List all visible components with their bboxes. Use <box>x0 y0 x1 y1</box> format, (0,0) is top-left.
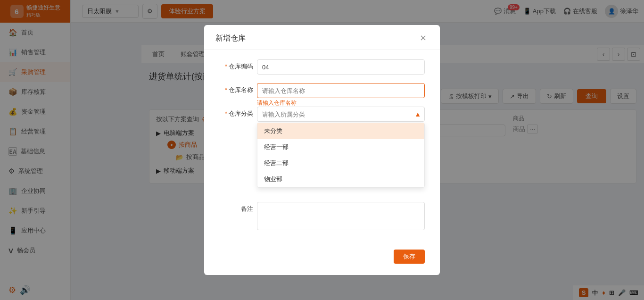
form-row-category: 仓库分类 ▲ 未分类 经营一部 经营二部 物业部 <box>219 107 425 122</box>
form-row-code: 仓库编码 <box>219 59 425 75</box>
category-dropdown: 未分类 经营一部 经营二部 物业部 <box>257 123 425 188</box>
add-warehouse-modal: 新增仓库 ✕ 仓库编码 仓库名称 请输入仓库名称 仓库分类 ▲ <box>204 25 440 275</box>
dropdown-item-dept1[interactable]: 经营一部 <box>257 139 424 155</box>
modal-body: 仓库编码 仓库名称 请输入仓库名称 仓库分类 ▲ 未分类 <box>204 50 440 250</box>
modal-close-button[interactable]: ✕ <box>417 33 429 44</box>
modal-title: 新增仓库 <box>215 33 246 43</box>
name-label: 仓库名称 <box>219 83 257 94</box>
dropdown-item-uncategorized[interactable]: 未分类 <box>257 123 424 139</box>
code-input[interactable] <box>257 59 425 75</box>
dropdown-item-dept2[interactable]: 经营二部 <box>257 155 424 171</box>
code-label: 仓库编码 <box>219 59 257 71</box>
form-row-name: 仓库名称 请输入仓库名称 <box>219 83 425 98</box>
note-textarea[interactable] <box>257 202 425 230</box>
chevron-up-icon[interactable]: ▲ <box>414 110 421 118</box>
category-field-wrap: ▲ 未分类 经营一部 经营二部 物业部 <box>257 107 425 122</box>
modal-footer: 保存 <box>204 250 440 264</box>
note-field-wrap <box>257 202 425 232</box>
category-input[interactable] <box>257 107 425 122</box>
form-row-note: 备注 <box>219 202 425 232</box>
name-field-wrap: 请输入仓库名称 <box>257 83 425 98</box>
note-label: 备注 <box>219 202 257 213</box>
name-input[interactable] <box>257 83 425 98</box>
name-error: 请输入仓库名称 <box>257 99 297 107</box>
save-button[interactable]: 保存 <box>394 250 425 264</box>
category-label: 仓库分类 <box>219 107 257 118</box>
code-field-wrap <box>257 59 425 75</box>
modal-header: 新增仓库 ✕ <box>204 25 440 50</box>
dropdown-item-property[interactable]: 物业部 <box>257 171 424 187</box>
